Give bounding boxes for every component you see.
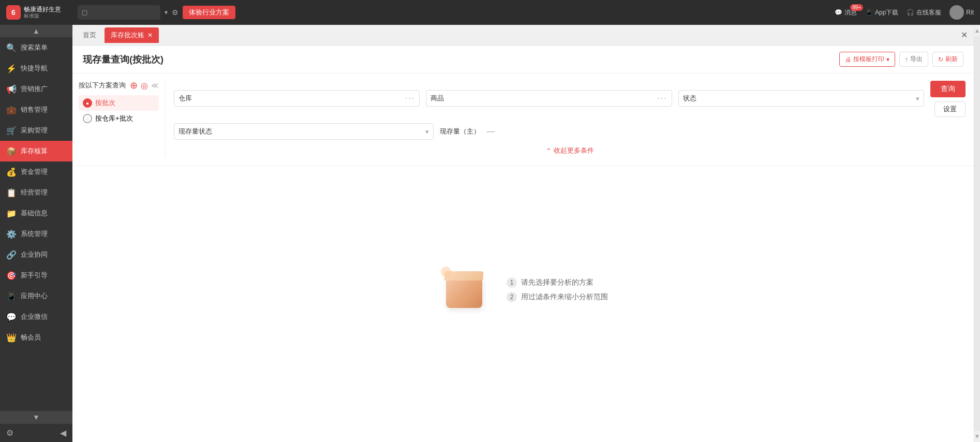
- online-service-btn[interactable]: 🎧 在线客服: [907, 8, 941, 17]
- collapse-label: 收起更多条件: [554, 146, 594, 155]
- scheme-add-btn[interactable]: ⊕: [130, 80, 138, 91]
- print-icon: 🖨: [845, 56, 851, 63]
- sidebar-item-system[interactable]: ⚙️ 系统管理: [0, 224, 72, 244]
- sidebar-item-sales[interactable]: 💼 销售管理: [0, 99, 72, 120]
- sidebar-item-purchase[interactable]: 🛒 采购管理: [0, 120, 72, 141]
- marketing-icon: 📢: [6, 84, 17, 94]
- sidebar-settings-icon[interactable]: ⚙: [6, 428, 13, 438]
- scrollbar-track[interactable]: [974, 36, 980, 431]
- vip-icon: 👑: [6, 332, 17, 343]
- filter-row-1: 仓库 ··· 商品 ··· 状态: [174, 80, 966, 117]
- scheme-item-warehouse-batch[interactable]: ○ 按仓库+批次: [79, 111, 159, 126]
- empty-state: 1 请先选择要分析的方案 2 用过滤条件来缩小分析范围: [72, 168, 974, 442]
- tab-bar-right: ✕: [959, 28, 970, 42]
- scheme-panel-header: 按以下方案查询 ⊕ ◎ ≪: [79, 80, 159, 91]
- empty-step-2-text: 用过滤条件来缩小分析范围: [521, 292, 608, 302]
- page-title: 现存量查询(按批次): [83, 53, 164, 66]
- user-name: Rit: [966, 9, 974, 16]
- wechat-icon: 💬: [6, 312, 17, 322]
- product-filter-group: 商品 ···: [426, 90, 672, 107]
- sidebar-item-search[interactable]: 🔍 搜索菜单: [0, 37, 72, 58]
- sidebar-label-system: 系统管理: [21, 229, 48, 239]
- sidebar-item-marketing[interactable]: 📢 营销推广: [0, 79, 72, 99]
- logo-text: 畅康通好生意 标准版: [24, 6, 61, 19]
- sidebar-item-wechat[interactable]: 💬 企业微信: [0, 306, 72, 327]
- sidebar-item-inventory[interactable]: 📦 库存核算: [0, 141, 72, 161]
- empty-step-1-text: 请先选择要分析的方案: [521, 278, 593, 287]
- empty-box-body: [446, 277, 482, 308]
- edition-label: 标准版: [24, 13, 61, 19]
- experience-btn[interactable]: 体验行业方案: [183, 6, 235, 19]
- inventory-icon: 📦: [6, 146, 17, 156]
- tab-close-icon[interactable]: ✕: [147, 32, 153, 39]
- query-btn[interactable]: 查询: [930, 81, 966, 97]
- operations-icon: 📋: [6, 187, 17, 198]
- online-service-label: 在线客服: [916, 8, 941, 17]
- sidebar-label-inventory: 库存核算: [21, 146, 48, 156]
- messages-btn[interactable]: 💬 消息 99+: [835, 8, 857, 17]
- tab-bar: 首页 库存批次账 ✕ ✕: [72, 25, 974, 46]
- sidebar-scroll-down[interactable]: ▼: [0, 411, 72, 423]
- step-num-2: 2: [507, 292, 517, 302]
- tab-home[interactable]: 首页: [77, 27, 102, 43]
- app-download-btn[interactable]: 📱 App下载: [865, 8, 898, 17]
- status-filter-group: 状态 ▾: [678, 90, 924, 107]
- scheme-dot-batch: ●: [83, 98, 92, 108]
- header-dropdown-arrow[interactable]: ▾: [165, 9, 168, 16]
- sidebar-item-newguide[interactable]: 🎯 新手引导: [0, 265, 72, 286]
- sidebar-label-finance: 资金管理: [21, 167, 48, 176]
- scheme-panel: 按以下方案查询 ⊕ ◎ ≪ ● 按批次 ○ 按仓库+批次: [72, 80, 166, 157]
- tab-bar-close-btn[interactable]: ✕: [959, 28, 970, 42]
- scheme-panel-title: 按以下方案查询: [79, 81, 126, 90]
- sidebar-item-operations[interactable]: 📋 经营管理: [0, 182, 72, 203]
- scrollbar-up-arrow[interactable]: ▲: [972, 25, 980, 36]
- sidebar-item-quicknav[interactable]: ⚡ 快捷导航: [0, 58, 72, 79]
- export-btn[interactable]: ↑ 导出: [899, 52, 928, 67]
- filter-collapse-row[interactable]: ⌃ 收起更多条件: [174, 144, 966, 157]
- header-search-bar[interactable]: ▢: [78, 5, 160, 20]
- export-icon: ↑: [905, 56, 908, 63]
- service-icon: 🎧: [907, 9, 914, 16]
- sidebar-item-apps[interactable]: 📱 应用中心: [0, 286, 72, 306]
- sidebar-scroll-up[interactable]: ▲: [0, 25, 72, 37]
- print-btn[interactable]: 🖨 按模板打印 ▾: [839, 52, 895, 67]
- company-name: 畅康通好生意: [24, 6, 61, 13]
- right-scrollbar: ▲ ▼: [974, 25, 980, 442]
- sidebar-item-enterprise[interactable]: 🔗 企业协同: [0, 244, 72, 265]
- warehouse-input[interactable]: 仓库 ···: [174, 90, 420, 107]
- sidebar-item-vip[interactable]: 👑 畅会员: [0, 327, 72, 348]
- user-avatar[interactable]: Rit: [949, 5, 974, 20]
- scheme-dot-warehouse-batch: ○: [83, 114, 92, 123]
- filter-area: 仓库 ··· 商品 ··· 状态: [166, 80, 974, 157]
- inventory-status-dropdown-icon: ▾: [425, 128, 429, 136]
- empty-box-sparkle: [441, 267, 451, 277]
- message-icon: 💬: [835, 9, 842, 16]
- scheme-setting-btn[interactable]: ◎: [141, 81, 148, 91]
- step-num-1: 1: [507, 277, 517, 288]
- sidebar: ▲ 🔍 搜索菜单 ⚡ 快捷导航 📢 营销推广 💼 销售管理 🛒 采购管理: [0, 25, 72, 442]
- sidebar-item-finance[interactable]: 💰 资金管理: [0, 161, 72, 182]
- page-header: 现存量查询(按批次) 🖨 按模板打印 ▾ ↑ 导出 ↻ 刷新: [72, 46, 974, 73]
- refresh-label: 刷新: [945, 55, 958, 64]
- settings-btn[interactable]: 设置: [934, 101, 966, 117]
- sidebar-collapse-icon[interactable]: ◀: [60, 428, 66, 438]
- sidebar-label-wechat: 企业微信: [21, 312, 48, 321]
- page-content: 现存量查询(按批次) 🖨 按模板打印 ▾ ↑ 导出 ↻ 刷新: [72, 46, 974, 442]
- inventory-status-select[interactable]: 现存量状态 ▾: [174, 123, 434, 140]
- sidebar-label-purchase: 采购管理: [21, 126, 48, 135]
- filter-section: 按以下方案查询 ⊕ ◎ ≪ ● 按批次 ○ 按仓库+批次: [72, 73, 974, 164]
- product-input[interactable]: 商品 ···: [426, 90, 672, 107]
- scheme-collapse-btn[interactable]: ≪: [151, 81, 159, 90]
- header-gear-icon[interactable]: ⚙: [172, 8, 179, 17]
- sidebar-label-newguide: 新手引导: [21, 271, 48, 280]
- status-select[interactable]: 状态 ▾: [678, 90, 924, 107]
- app-icon: 📱: [865, 9, 873, 16]
- logo-icon: 6: [6, 5, 21, 20]
- scheme-item-batch[interactable]: ● 按批次: [79, 95, 159, 111]
- scrollbar-down-arrow[interactable]: ▼: [972, 431, 980, 442]
- inventory-quantity-label: 现存量（主）: [440, 127, 480, 136]
- scheme-label-batch: 按批次: [95, 98, 115, 108]
- refresh-btn[interactable]: ↻ 刷新: [932, 52, 963, 67]
- tab-inventory-batch[interactable]: 库存批次账 ✕: [105, 27, 159, 43]
- sidebar-item-basic[interactable]: 📁 基础信息: [0, 203, 72, 224]
